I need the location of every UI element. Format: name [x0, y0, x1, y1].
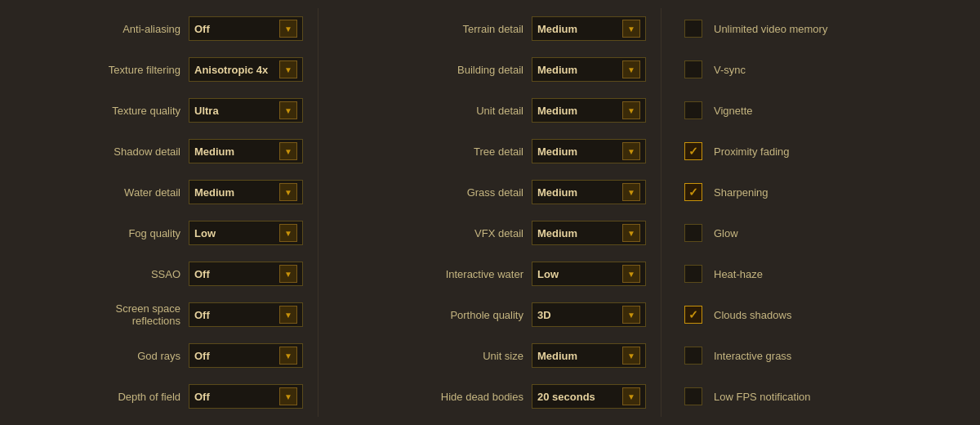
dropdown-unit-size[interactable]: Medium	[532, 343, 646, 368]
dropdown-fog-quality[interactable]: Low	[189, 221, 303, 245]
checkbox-label-sharpening: Sharpening	[714, 186, 768, 199]
checkbox-label-heat-haze: Heat-haze	[714, 268, 763, 280]
checkbox-row-v-sync: V-sync	[678, 51, 972, 87]
left-column: Anti-aliasingOffTexture filteringAnisotr…	[0, 8, 318, 417]
dropdown-value-fog-quality: Low	[194, 227, 276, 239]
checkbox-row-glow: Glow	[678, 215, 972, 251]
setting-row-screen-space-reflections: Screen space reflectionsOff	[8, 297, 310, 333]
dropdown-anti-aliasing[interactable]: Off	[189, 16, 303, 41]
checkbox-label-unlimited-video-memory: Unlimited video memory	[714, 23, 827, 35]
checkbox-row-clouds-shadows: Clouds shadows	[678, 297, 972, 333]
label-tree-detail: Tree detail	[474, 145, 523, 158]
dropdown-shadow-detail[interactable]: Medium	[189, 139, 303, 163]
dropdown-arrow-unit-detail[interactable]	[622, 101, 640, 119]
setting-row-texture-quality: Texture qualityUltra	[8, 92, 310, 128]
dropdown-god-rays[interactable]: Off	[189, 343, 303, 368]
dropdown-arrow-tree-detail[interactable]	[622, 142, 640, 160]
setting-row-ssao: SSAOOff	[8, 256, 310, 292]
checkbox-label-glow: Glow	[714, 227, 738, 239]
dropdown-grass-detail[interactable]: Medium	[532, 180, 646, 204]
setting-row-fog-quality: Fog qualityLow	[8, 215, 310, 251]
dropdown-value-anti-aliasing: Off	[194, 23, 276, 35]
checkbox-v-sync[interactable]	[684, 60, 702, 78]
setting-row-unit-size: Unit sizeMedium	[327, 338, 653, 374]
dropdown-arrow-unit-size[interactable]	[622, 347, 640, 365]
dropdown-water-detail[interactable]: Medium	[189, 180, 303, 204]
dropdown-arrow-building-detail[interactable]	[622, 60, 640, 78]
dropdown-value-terrain-detail: Medium	[537, 23, 619, 35]
dropdown-value-porthole-quality: 3D	[537, 309, 619, 321]
dropdown-texture-filtering[interactable]: Anisotropic 4x	[189, 57, 303, 82]
checkbox-heat-haze[interactable]	[684, 265, 702, 283]
label-terrain-detail: Terrain detail	[463, 23, 523, 35]
checkbox-proximity-fading[interactable]	[684, 142, 702, 160]
dropdown-interactive-water[interactable]: Low	[532, 262, 646, 286]
label-texture-quality: Texture quality	[112, 105, 180, 117]
dropdown-arrow-water-detail[interactable]	[279, 183, 297, 201]
checkbox-row-low-fps-notification: Low FPS notification	[678, 378, 972, 414]
dropdown-value-depth-of-field: Off	[194, 391, 276, 403]
dropdown-arrow-porthole-quality[interactable]	[622, 306, 640, 324]
setting-row-interactive-water: Interactive waterLow	[327, 256, 653, 292]
setting-row-unit-detail: Unit detailMedium	[327, 92, 653, 128]
setting-row-porthole-quality: Porthole quality3D	[327, 297, 653, 333]
dropdown-arrow-hide-dead-bodies[interactable]	[622, 387, 640, 405]
checkbox-glow[interactable]	[684, 224, 702, 242]
label-grass-detail: Grass detail	[467, 186, 523, 199]
label-porthole-quality: Porthole quality	[450, 309, 523, 321]
checkbox-unlimited-video-memory[interactable]	[684, 20, 702, 38]
dropdown-arrow-shadow-detail[interactable]	[279, 142, 297, 160]
dropdown-arrow-depth-of-field[interactable]	[279, 387, 297, 405]
dropdown-arrow-texture-filtering[interactable]	[279, 60, 297, 78]
dropdown-arrow-screen-space-reflections[interactable]	[279, 306, 297, 324]
dropdown-arrow-vfx-detail[interactable]	[622, 224, 640, 242]
label-hide-dead-bodies: Hide dead bodies	[441, 391, 523, 403]
checkbox-clouds-shadows[interactable]	[684, 306, 702, 324]
dropdown-ssao[interactable]: Off	[189, 262, 303, 286]
dropdown-texture-quality[interactable]: Ultra	[189, 98, 303, 123]
dropdown-arrow-texture-quality[interactable]	[279, 101, 297, 119]
checkbox-vignette[interactable]	[684, 101, 702, 119]
dropdown-building-detail[interactable]: Medium	[532, 57, 646, 82]
checkbox-label-low-fps-notification: Low FPS notification	[714, 391, 811, 403]
setting-row-shadow-detail: Shadow detailMedium	[8, 133, 310, 169]
setting-row-grass-detail: Grass detailMedium	[327, 174, 653, 210]
label-shadow-detail: Shadow detail	[114, 145, 180, 158]
label-water-detail: Water detail	[124, 186, 180, 199]
checkbox-interactive-grass[interactable]	[684, 347, 702, 365]
dropdown-value-texture-filtering: Anisotropic 4x	[194, 64, 276, 76]
dropdown-hide-dead-bodies[interactable]: 20 seconds	[532, 384, 646, 409]
dropdown-arrow-fog-quality[interactable]	[279, 224, 297, 242]
checkbox-row-unlimited-video-memory: Unlimited video memory	[678, 11, 972, 47]
dropdown-depth-of-field[interactable]: Off	[189, 384, 303, 409]
checkbox-low-fps-notification[interactable]	[684, 387, 702, 405]
dropdown-value-grass-detail: Medium	[537, 186, 619, 199]
dropdown-arrow-ssao[interactable]	[279, 265, 297, 283]
dropdown-vfx-detail[interactable]: Medium	[532, 221, 646, 245]
label-god-rays: God rays	[137, 350, 180, 362]
dropdown-unit-detail[interactable]: Medium	[532, 98, 646, 123]
checkbox-row-heat-haze: Heat-haze	[678, 256, 972, 292]
label-texture-filtering: Texture filtering	[109, 64, 180, 76]
mid-column: Terrain detailMediumBuilding detailMediu…	[318, 8, 662, 417]
dropdown-screen-space-reflections[interactable]: Off	[189, 302, 303, 327]
setting-row-anti-aliasing: Anti-aliasingOff	[8, 11, 310, 47]
label-unit-detail: Unit detail	[476, 105, 523, 117]
dropdown-arrow-grass-detail[interactable]	[622, 183, 640, 201]
dropdown-arrow-interactive-water[interactable]	[622, 265, 640, 283]
dropdown-porthole-quality[interactable]: 3D	[532, 302, 646, 327]
dropdown-arrow-god-rays[interactable]	[279, 347, 297, 365]
dropdown-arrow-terrain-detail[interactable]	[622, 20, 640, 38]
checkbox-label-proximity-fading: Proximity fading	[714, 145, 789, 158]
dropdown-tree-detail[interactable]: Medium	[532, 139, 646, 163]
settings-panel: Anti-aliasingOffTexture filteringAnisotr…	[0, 0, 980, 425]
dropdown-value-unit-size: Medium	[537, 350, 619, 362]
right-column: Unlimited video memoryV-syncVignetteProx…	[662, 8, 980, 417]
checkbox-label-clouds-shadows: Clouds shadows	[714, 309, 791, 321]
label-vfx-detail: VFX detail	[474, 227, 523, 239]
dropdown-arrow-anti-aliasing[interactable]	[279, 20, 297, 38]
dropdown-terrain-detail[interactable]: Medium	[532, 16, 646, 41]
checkbox-row-sharpening: Sharpening	[678, 174, 972, 210]
checkbox-label-v-sync: V-sync	[714, 64, 746, 76]
checkbox-sharpening[interactable]	[684, 183, 702, 201]
